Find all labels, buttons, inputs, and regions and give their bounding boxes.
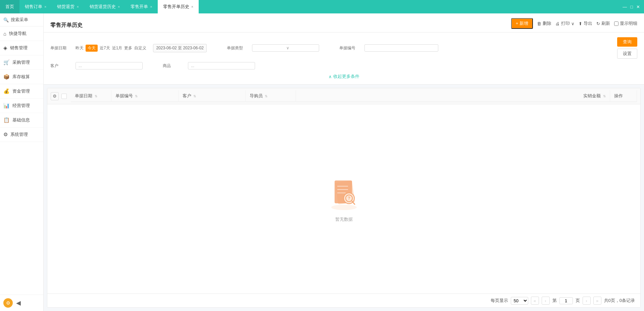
finance-icon: 💰 (3, 88, 10, 94)
maximize-btn[interactable]: □ (630, 4, 633, 9)
display-detail-input[interactable] (614, 21, 618, 26)
delete-button[interactable]: 🗑 删除 (537, 20, 551, 27)
tab-sales-return-history[interactable]: 销货退货历史 × (84, 0, 125, 13)
sidebar-item-sales-mgmt[interactable]: ◈ 销售管理 (0, 41, 43, 55)
page-title: 零售开单历史 (50, 22, 83, 29)
sidebar-item-operations-mgmt-label: 经营管理 (12, 103, 30, 109)
collapse-button[interactable]: ∧ 收起更多条件 (329, 73, 359, 80)
minimize-btn[interactable]: — (623, 4, 627, 9)
tab-retail-open-label: 零售开单 (131, 4, 148, 10)
date-opt-yesterday[interactable]: 昨天 (76, 45, 84, 51)
toolbar: + 新增 🗑 删除 🖨 打印 ∨ ⬆ 导出 ↻ 刷新 (511, 18, 637, 32)
sidebar-item-purchase-mgmt-label: 采购管理 (12, 59, 30, 65)
tab-sales-return[interactable]: 销货退货 × (52, 0, 84, 13)
table-toolbar: ⚙ 单据日期 ⇅ (47, 88, 640, 104)
tab-sales-return-label: 销货退货 (57, 4, 75, 10)
tab-sales-return-close[interactable]: × (77, 5, 79, 9)
page-input[interactable] (559, 297, 573, 304)
purchase-icon: 🛒 (3, 59, 10, 65)
sidebar-item-system-mgmt[interactable]: ⚙ 系统管理 (0, 127, 43, 142)
collapse-sidebar-btn[interactable]: ◀ (16, 299, 21, 307)
query-button[interactable]: 查询 (617, 37, 637, 47)
empty-text: 暂无数据 (335, 216, 353, 222)
add-button[interactable]: + 新增 (511, 18, 533, 29)
tab-retail-open-history-label: 零售开单历史 (163, 4, 189, 10)
next-page-btn[interactable]: › (583, 297, 591, 305)
display-detail-label: 显示明细 (620, 20, 637, 27)
tab-retail-open-close[interactable]: × (150, 5, 152, 9)
tab-home[interactable]: 首页 (0, 0, 19, 13)
settings-button[interactable]: 设置 (617, 49, 637, 59)
tab-sales-return-history-close[interactable]: × (118, 5, 120, 9)
sidebar-item-finance-mgmt[interactable]: 💰 资金管理 (0, 84, 43, 99)
filter-row-1: 单据日期 昨天 今天 近7天 近1月 更多 自定义 2023-06-02 至 2… (50, 37, 637, 59)
tab-sales-order-close[interactable]: × (44, 5, 46, 9)
refresh-button[interactable]: ↻ 刷新 (596, 20, 610, 27)
tab-retail-open-history[interactable]: 零售开单历史 × (158, 0, 199, 13)
col-action-label: 操作 (614, 93, 623, 98)
date-opt-custom[interactable]: 自定义 (134, 45, 146, 51)
close-btn[interactable]: ✕ (636, 4, 640, 9)
sidebar-item-basic-info[interactable]: 📋 基础信息 (0, 113, 43, 127)
customer-label: 客户 (50, 63, 69, 69)
export-button[interactable]: ⬆ 导出 (579, 20, 592, 27)
print-button[interactable]: 🖨 打印 ∨ (555, 20, 575, 27)
total-label: 共0页，0条记录 (604, 298, 635, 304)
sidebar-item-operations-mgmt[interactable]: 📊 经营管理 (0, 99, 43, 113)
tab-retail-open-history-close[interactable]: × (191, 5, 193, 9)
svg-point-0 (331, 205, 357, 210)
first-page-btn[interactable]: « (531, 297, 539, 305)
col-amount[interactable]: 实销金额 ⇅ (296, 90, 610, 102)
home-icon: ⌂ (3, 31, 6, 37)
sidebar-item-finance-mgmt-label: 资金管理 (12, 88, 30, 94)
sidebar: 🔍 搜索采单 ⌂ 快捷导航 ◈ 销售管理 🛒 采购管理 📦 库存核算 💰 资金管… (0, 13, 44, 311)
prev-page-btn[interactable]: ‹ (542, 297, 550, 305)
last-page-btn[interactable]: » (593, 297, 601, 305)
select-all-checkbox[interactable] (61, 94, 67, 99)
date-opt-last1month[interactable]: 近1月 (112, 45, 122, 51)
col-guide[interactable]: 导购员 ⇅ (245, 90, 296, 102)
doc-no-label: 单据编号 (339, 45, 358, 51)
table-settings-icon[interactable]: ⚙ (51, 92, 59, 100)
sort-amount-icon: ⇅ (603, 94, 606, 98)
table-container: ⚙ 单据日期 ⇅ (47, 88, 641, 308)
col-date-label: 单据日期 (75, 93, 92, 98)
collapse-label: 收起更多条件 (333, 73, 359, 80)
content-area: 零售开单历史 + 新增 🗑 删除 🖨 打印 ∨ ⬆ 导出 ↻ (44, 13, 644, 311)
first-page-icon: « (534, 298, 536, 303)
settings-bottom-icon[interactable]: ⚙ (3, 298, 13, 308)
doc-type-select[interactable]: ∨ (252, 44, 319, 52)
pagination: 每页显示 50 10 20 100 « ‹ 第 页 › (47, 294, 640, 307)
doc-no-input[interactable] (364, 44, 438, 52)
sidebar-search[interactable]: 🔍 搜索采单 (0, 13, 43, 27)
inventory-icon: 📦 (3, 74, 10, 80)
last-page-icon: » (596, 298, 598, 303)
sidebar-item-inventory[interactable]: 📦 库存核算 (0, 70, 43, 84)
date-range-display[interactable]: 2023-06-02 至 2023-06-02 (153, 44, 206, 52)
top-nav: 首页 销售订单 × 销货退货 × 销货退货历史 × 零售开单 × 零售开单历史 … (0, 0, 644, 13)
delete-icon: 🗑 (537, 21, 541, 26)
tab-sales-order[interactable]: 销售订单 × (19, 0, 52, 13)
product-select[interactable]: ... (188, 62, 255, 69)
filter-row-2: 客户 ... 商品 ... (50, 62, 637, 69)
sales-icon: ◈ (3, 45, 7, 51)
empty-illustration: ? (327, 175, 361, 212)
sidebar-item-purchase-mgmt[interactable]: 🛒 采购管理 (0, 55, 43, 70)
page-size-select[interactable]: 50 10 20 100 (511, 297, 528, 305)
col-customer[interactable]: 客户 ⇅ (178, 90, 245, 102)
display-detail-checkbox[interactable]: 显示明细 (614, 20, 637, 27)
customer-select[interactable]: ... (76, 62, 143, 69)
doc-type-dropdown-icon: ∨ (286, 46, 316, 50)
data-table: 单据日期 ⇅ 单据编号 ⇅ 客户 ⇅ (71, 90, 637, 102)
sidebar-item-quick-nav[interactable]: ⌂ 快捷导航 (0, 27, 43, 41)
date-opt-today[interactable]: 今天 (86, 45, 98, 52)
page-label-prefix: 第 (552, 298, 557, 304)
search-icon: 🔍 (3, 17, 9, 22)
col-date[interactable]: 单据日期 ⇅ (71, 90, 111, 102)
tab-retail-open[interactable]: 零售开单 × (125, 0, 157, 13)
date-opt-more[interactable]: 更多 (124, 45, 132, 51)
date-opt-last7days[interactable]: 近7天 (100, 45, 110, 51)
sort-guide-icon: ⇅ (265, 94, 267, 98)
col-docno[interactable]: 单据编号 ⇅ (111, 90, 178, 102)
basic-info-icon: 📋 (3, 117, 10, 123)
